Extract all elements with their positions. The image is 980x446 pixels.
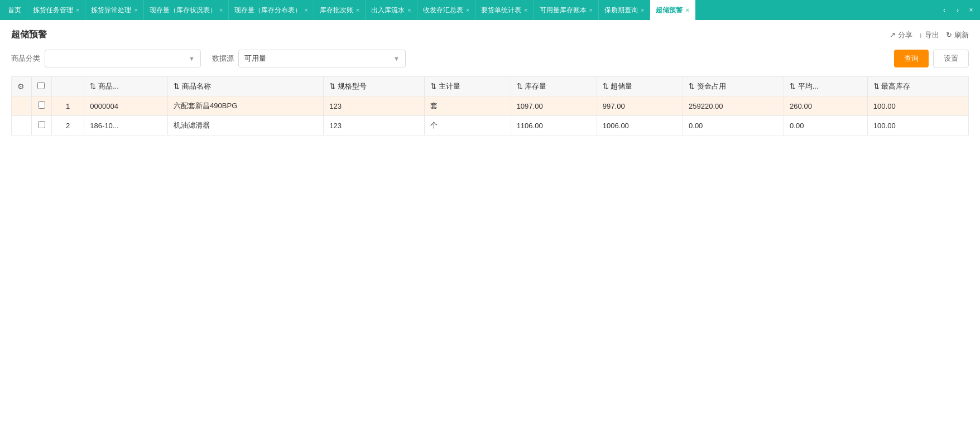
nav-tab-home[interactable]: 首页 (2, 0, 27, 20)
filter-actions: 查询 设置 (894, 50, 969, 67)
query-button[interactable]: 查询 (894, 50, 929, 67)
nav-tab-order-stats[interactable]: 要货单统计表 × (475, 0, 534, 20)
row-product-code: 0000004 (84, 96, 168, 116)
gear-icon[interactable]: ⚙ (17, 82, 25, 91)
nav-tab-abnormal[interactable]: 拣货异常处理 × (85, 0, 143, 20)
row-spec: 123 (324, 96, 425, 116)
row-product-name: 六配套新昌490BPG (168, 96, 324, 116)
nav-tab-available-account[interactable]: 可用量库存账本 × (534, 0, 599, 20)
close-icon[interactable]: × (685, 7, 689, 13)
row-number: 2 (52, 116, 84, 135)
row-avg: 0.00 (784, 116, 868, 135)
row-checkbox[interactable] (38, 121, 45, 128)
th-checkbox (32, 77, 52, 96)
page-content: 超储预警 ↗ 分享 ↓ 导出 ↻ 刷新 商品分类 ▼ 数据源 (0, 20, 980, 446)
th-unit[interactable]: ⇅ 主计量 (425, 77, 511, 96)
table-row: 1 0000004 六配套新昌490BPG 123 套 1097.00 997.… (12, 96, 969, 116)
page-title-bar: 超储预警 ↗ 分享 ↓ 导出 ↻ 刷新 (11, 29, 969, 41)
top-nav: 首页 拣货任务管理 × 拣货异常处理 × 现存量（库存状况表） × 现存量（库存… (0, 0, 980, 20)
title-actions: ↗ 分享 ↓ 导出 ↻ 刷新 (890, 30, 969, 40)
row-gear-cell (12, 96, 32, 116)
th-spec[interactable]: ⇅ 规格型号 (324, 77, 425, 96)
datasource-select-value: 可用量 (244, 54, 266, 64)
close-icon[interactable]: × (356, 7, 359, 13)
nav-tab-inventory-status[interactable]: 现存量（库存状况表） × (144, 0, 229, 20)
close-icon[interactable]: × (641, 7, 644, 13)
th-product-name[interactable]: ⇅ 商品名称 (168, 77, 324, 96)
datasource-label: 数据源 (212, 54, 234, 64)
row-checkbox-cell[interactable] (32, 116, 52, 135)
category-select[interactable]: ▼ (45, 50, 201, 67)
row-gear-cell (12, 116, 32, 135)
row-max-stock: 100.00 (867, 116, 968, 135)
row-overstock-qty: 1006.00 (597, 116, 683, 135)
datasource-select[interactable]: 可用量 ▼ (238, 50, 406, 67)
nav-tab-task-mgmt[interactable]: 拣货任务管理 × (27, 0, 85, 20)
row-spec: 123 (324, 116, 425, 135)
data-table: ⚙ ⇅ 商品... ⇅ 商品名称 ⇅ 规格型号 (11, 76, 969, 135)
refresh-button[interactable]: ↻ 刷新 (946, 30, 969, 40)
close-icon[interactable]: × (219, 7, 223, 13)
nav-arrows: ‹ › × (938, 0, 978, 20)
chevron-down-icon: ▼ (393, 55, 400, 62)
share-button[interactable]: ↗ 分享 (890, 30, 912, 40)
close-icon[interactable]: × (76, 7, 79, 13)
row-product-code: 186-10... (84, 116, 168, 135)
th-avg[interactable]: ⇅ 平均... (784, 77, 868, 96)
nav-next-button[interactable]: › (951, 0, 964, 20)
row-checkbox[interactable] (38, 101, 45, 109)
th-max-stock[interactable]: ⇅ 最高库存 (867, 77, 968, 96)
th-overstock-qty[interactable]: ⇅ 超储量 (597, 77, 683, 96)
nav-tab-inout-flow[interactable]: 出入库流水 × (366, 0, 417, 20)
table-body: 1 0000004 六配套新昌490BPG 123 套 1097.00 997.… (12, 96, 969, 135)
table-row: 2 186-10... 机油滤清器 123 个 1106.00 1006.00 … (12, 116, 969, 135)
th-stock-qty[interactable]: ⇅ 库存量 (511, 77, 597, 96)
share-icon: ↗ (890, 31, 896, 39)
filter-category: 商品分类 ▼ (11, 50, 201, 67)
chevron-down-icon: ▼ (189, 55, 195, 62)
category-label: 商品分类 (11, 54, 40, 64)
nav-tab-quality-check[interactable]: 保质期查询 × (599, 0, 650, 20)
row-avg: 260.00 (784, 96, 868, 116)
page-title: 超储预警 (11, 29, 47, 41)
row-stock-qty: 1097.00 (511, 96, 597, 116)
row-stock-qty: 1106.00 (511, 116, 597, 135)
close-icon[interactable]: × (524, 7, 527, 13)
row-capital-used: 259220.00 (683, 96, 784, 116)
th-row-num (52, 77, 84, 96)
row-unit: 个 (425, 116, 511, 135)
nav-close-button[interactable]: × (964, 0, 978, 20)
nav-prev-button[interactable]: ‹ (938, 0, 951, 20)
close-icon[interactable]: × (134, 7, 137, 13)
refresh-icon: ↻ (946, 31, 952, 39)
nav-tab-collect-summary[interactable]: 收发存汇总表 × (417, 0, 475, 20)
table-header: ⚙ ⇅ 商品... ⇅ 商品名称 ⇅ 规格型号 (12, 77, 969, 96)
close-icon[interactable]: × (304, 7, 308, 13)
th-gear[interactable]: ⚙ (12, 77, 32, 96)
export-icon: ↓ (919, 31, 923, 39)
export-button[interactable]: ↓ 导出 (919, 30, 940, 40)
filter-datasource: 数据源 可用量 ▼ (212, 50, 406, 67)
nav-tab-inventory-dist[interactable]: 现存量（库存分布表） × (229, 0, 314, 20)
th-capital-used[interactable]: ⇅ 资金占用 (683, 77, 784, 96)
row-unit: 套 (425, 96, 511, 116)
filter-bar: 商品分类 ▼ 数据源 可用量 ▼ 查询 设置 (11, 50, 969, 67)
close-icon[interactable]: × (589, 7, 593, 13)
nav-tab-batch-account[interactable]: 库存批次账 × (314, 0, 366, 20)
th-product-code[interactable]: ⇅ 商品... (84, 77, 168, 96)
row-capital-used: 0.00 (683, 116, 784, 135)
row-checkbox-cell[interactable] (32, 96, 52, 116)
row-max-stock: 100.00 (867, 96, 968, 116)
row-product-name: 机油滤清器 (168, 116, 324, 135)
close-icon[interactable]: × (407, 7, 411, 13)
select-all-checkbox[interactable] (37, 82, 45, 89)
nav-tab-overstock-warning[interactable]: 超储预警 × (650, 0, 695, 20)
row-overstock-qty: 997.00 (597, 96, 683, 116)
settings-button[interactable]: 设置 (933, 50, 969, 67)
row-number: 1 (52, 96, 84, 116)
close-icon[interactable]: × (466, 7, 469, 13)
